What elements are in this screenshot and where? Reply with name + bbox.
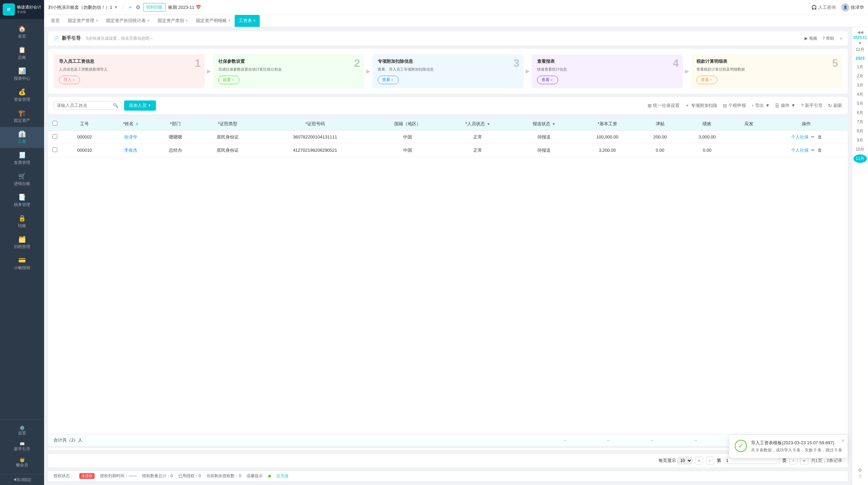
row-1-social-link[interactable]: 个人社保 [791,134,809,139]
table-scrollable[interactable]: 工号 *姓名 ⇅ *部门 *证照类型 *证照号码 国籍（地区） [48,117,848,434]
purchases-icon: 🛒 [18,172,26,180]
add-employee-button[interactable]: 添加人员 ▼ [124,100,156,111]
first-page-button[interactable]: « [695,456,703,465]
status-filter-icon[interactable]: ▼ [487,122,490,126]
toast-close-button[interactable]: × [842,438,844,443]
sidebar-item-member[interactable]: 👑 畅会员 [0,455,44,471]
sidebar-pin-btn[interactable]: ◀取消固定 [0,474,44,485]
service-button[interactable]: 🎧 人工咨询 [811,4,836,11]
tab-close-fixed-assets[interactable]: × [96,18,98,23]
row-2-checkbox[interactable] [53,147,57,152]
rp-month-6[interactable]: 6月 [853,109,867,117]
sidebar-item-invoices[interactable]: 🧾 发票管理 [0,148,44,169]
rp-month-11[interactable]: 11月 [853,154,867,163]
prev-page-button[interactable]: ‹ [706,456,714,465]
sidebar-item-fixed-assets[interactable]: 🏗️ 固定资产 [0,106,44,127]
account-selector[interactable]: 刘小艳演示账套（勿删勿动！）1 ▼ [48,4,118,11]
rp-month-2[interactable]: 2月 [853,72,867,80]
more-operations-action[interactable]: ☰ 操作 ▼ [775,102,795,109]
rp-month-4[interactable]: 4月 [853,90,867,99]
panel-help-icon[interactable]: ? [859,474,862,480]
wizard-reports-button[interactable]: 查看＞ [537,76,558,84]
table-row: 000010 李俊杰 总经办 居民身份证 412702198206290521 … [48,144,848,157]
sidebar-item-funds[interactable]: 💰 资金管理 [0,85,44,106]
version-switch-button[interactable]: 切到旧版 [143,3,165,12]
rp-month-9[interactable]: 9月 [853,136,867,145]
sidebar-item-salary[interactable]: 👔 工资 [0,127,44,148]
row-2-delete-icon[interactable]: 🗑 [817,148,822,153]
tax-report-action[interactable]: ⊟ 个税申报 [723,102,746,109]
wizard-help-link[interactable]: ? 帮助 [823,36,834,41]
top-up-link[interactable]: 去充值 [276,473,289,479]
sidebar-item-purchases[interactable]: 🛒 进销台账 [0,169,44,190]
member-icon: 👑 [20,458,25,462]
row-1-delete-icon[interactable]: 🗑 [817,134,822,139]
page-size-select[interactable]: 10 20 50 [677,457,692,464]
sidebar-item-reports[interactable]: 📊 报表中心 [0,64,44,85]
calendar-icon[interactable]: 📅 [196,5,201,10]
rp-month-3[interactable]: 3月 [853,81,867,90]
search-icon[interactable]: 🔍 [113,103,118,108]
wizard-video-link[interactable]: ▶ 视频 [805,36,817,41]
social-security-action[interactable]: ⊞ 统一社保设置 [648,102,679,109]
rp-month-8[interactable]: 8月 [853,127,867,135]
sidebar-item-tax[interactable]: 📑 税务管理 [0,190,44,211]
refresh-action[interactable]: ↻ 刷新 [828,102,842,109]
export-action[interactable]: ↑ 导出 ▼ [751,102,770,109]
panel-expand-icon[interactable]: ◀◀ [857,30,863,35]
sidebar-item-guide[interactable]: 📖 新手引导 [0,439,44,455]
panel-settings-icon[interactable]: ⚙ [858,467,862,473]
wizard-social-security-button[interactable]: 设置＞ [218,76,239,84]
tab-asset-type[interactable]: 固定资产类别 × [154,15,192,27]
panel-up-icon[interactable]: ▲ [858,40,862,45]
employee-table: 工号 *姓名 ⇅ *部门 *证照类型 *证照号码 国籍（地区） [48,117,848,157]
col-nationality: 国籍（地区） [371,117,443,131]
wizard-deductions-button[interactable]: 查看＞ [378,76,399,84]
tab-close-asset-detail[interactable]: × [228,18,231,23]
rp-month-7[interactable]: 7月 [853,118,867,126]
select-all-checkbox[interactable] [53,121,57,126]
sidebar-item-home[interactable]: 🏠 首页 [0,22,44,43]
sidebar-item-ledger[interactable]: 📋 总账 [0,43,44,64]
search-wrap: 🔍 [54,101,121,110]
row-1-checkbox[interactable] [53,134,57,139]
row-2-social-link[interactable]: 个人社保 [791,148,809,153]
deductions-action[interactable]: ＋ 专项附加扣除 [685,102,717,109]
col-department: *部门 [154,117,197,131]
tab-close-asset-type[interactable]: × [185,18,188,23]
sidebar-item-settings[interactable]: ⚙️ 设置 [0,423,44,439]
row-2-name-link[interactable]: 李俊杰 [124,148,137,153]
wizard-import-button[interactable]: 导入＞ [59,76,80,84]
rp-month-1[interactable]: 1月 [853,63,867,71]
tab-fixed-assets[interactable]: 固定资产管理 × [64,15,102,27]
add-account-button[interactable]: ＋ [127,4,133,11]
row-1-edit-icon[interactable]: ✏ [811,134,815,139]
table-footer: 合计共（2）人 -- -- -- -- -- -- 103,20... [48,434,848,446]
user-menu[interactable]: 👤 徐泽华 [841,3,864,12]
tab-depreciation[interactable]: 固定资产折旧统计表 × [102,15,154,27]
row-1-name-link[interactable]: 徐泽华 [124,134,137,139]
wizard-tax-detail-button[interactable]: 查看＞ [696,76,717,84]
tab-salary[interactable]: 工资表 × [235,15,260,27]
tab-home[interactable]: 首页 [47,15,64,27]
sidebar-item-close-period[interactable]: 🔒 结账 [0,211,44,232]
tab-asset-detail[interactable]: 固定资产明细账 × [192,15,235,27]
name-sort-icon[interactable]: ⇅ [136,122,138,126]
tab-close-salary[interactable]: × [253,18,256,23]
rp-month-10[interactable]: 10月 [853,145,867,154]
rp-month-12[interactable]: 12月 [853,45,867,54]
report-status-filter-icon[interactable]: ▼ [552,122,555,126]
row-1-nationality: 中国 [371,130,443,144]
account-settings-icon[interactable]: ⚙ [136,4,140,11]
sidebar-item-archive[interactable]: 🗂️ 归档管理 [0,232,44,253]
sidebar-item-expense[interactable]: 💳 小畅报销 [0,253,44,274]
row-2-edit-icon[interactable]: ✏ [811,148,815,153]
rp-month-5[interactable]: 5月 [853,99,867,108]
rp-year-2023[interactable]: 2023 [853,55,867,62]
search-input[interactable] [57,103,111,108]
horizontal-scrollbar[interactable] [48,448,848,450]
tab-close-depreciation[interactable]: × [147,18,150,23]
page-number-input[interactable] [724,457,780,464]
guide-action[interactable]: ? 新手引导 [801,102,823,109]
wizard-close-button[interactable]: × [840,36,842,41]
